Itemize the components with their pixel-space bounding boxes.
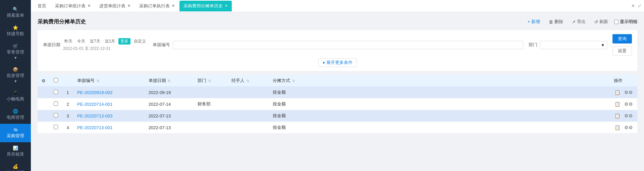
tab-purchase-fee-history[interactable]: 采购费用分摊单历史 ✕ [179, 1, 232, 11]
date-field: 单据日期 昨天 今天 近7天 近1月 更多 自定义 2022-01-01 至 2… [43, 38, 147, 52]
dept-select[interactable]: ▾ [540, 41, 607, 49]
date-yesterday[interactable]: 昨天 [63, 38, 74, 45]
refresh-icon: ↺ [594, 19, 598, 24]
row-handler [228, 87, 269, 98]
row-check[interactable] [50, 122, 62, 134]
sidebar-item-inventory[interactable]: 📊 库存核算 [0, 142, 31, 161]
row-doc-num: PE-20220713-003 [74, 110, 145, 122]
row-method: 按金额 [269, 122, 610, 134]
row-check[interactable] [50, 110, 62, 122]
row-actions: 📋 ⚙⚙ [610, 110, 637, 122]
row-checkbox[interactable] [54, 101, 58, 106]
table-row: 2 PE-20220714-001 2022-07-14 财务部 按金额 📋 ⚙… [38, 98, 637, 110]
col-dept[interactable]: 部门 ⇅ [194, 75, 228, 87]
ecom-icon: 🌐 [13, 109, 18, 114]
chevron-down-icon: ▾ [323, 60, 325, 65]
close-all-icon[interactable]: ✕ [631, 3, 635, 8]
dept-field: 部门 ▾ [529, 41, 607, 49]
edit-icon[interactable]: 📋 [614, 124, 621, 131]
table-body: 1 PE-20220919-002 2022-09-19 按金额 📋 ⚙⚙ 2 … [38, 87, 637, 134]
expand-button[interactable]: ▾ 展开更多条件 [318, 58, 357, 67]
delete-button[interactable]: 🗑 删除 [546, 17, 566, 26]
date-7days[interactable]: 近7天 [89, 38, 102, 45]
tab-purchase-order-exec[interactable]: 采购订单执行表 ✕ [135, 1, 179, 11]
data-table: ⚙ 单据编号 ⇅ 单据日期 ⇅ [38, 75, 637, 134]
dept-label: 部门 [529, 42, 537, 48]
content-area: 采购费用分摊单历史 + 新增 🗑 删除 ↗ 导出 ↺ 刷新 显示明细 [31, 12, 644, 171]
table-header-row: ⚙ 单据编号 ⇅ 单据日期 ⇅ [38, 75, 637, 87]
export-button[interactable]: ↗ 导出 [569, 17, 588, 26]
doc-num-link[interactable]: PE-20220919-002 [77, 90, 113, 95]
tab-purchase-order-stat-label: 采购订单统计表 [55, 3, 86, 9]
row-num: 4 [62, 122, 74, 134]
row-checkbox[interactable] [54, 113, 58, 117]
add-button[interactable]: + 新增 [525, 17, 543, 26]
edit-icon[interactable]: 📋 [614, 112, 621, 119]
row-dept [194, 122, 228, 134]
tab-goods-in-stat-close[interactable]: ✕ [127, 4, 130, 8]
table-row: 1 PE-20220919-002 2022-09-19 按金额 📋 ⚙⚙ [38, 87, 637, 98]
show-detail-checkbox[interactable] [614, 20, 619, 24]
sidebar-item-finance[interactable]: 💰 资金管理 [0, 161, 31, 171]
settings-button[interactable]: 设置 [612, 46, 632, 56]
edit-icon[interactable]: 📋 [614, 89, 621, 96]
tab-purchase-order-exec-close[interactable]: ✕ [172, 4, 175, 8]
tab-purchase-order-stat[interactable]: 采购订单统计表 ✕ [51, 1, 95, 11]
row-check[interactable] [50, 87, 62, 98]
search-row: 单据日期 昨天 今天 近7天 近1月 更多 自定义 2022-01-01 至 2… [43, 34, 632, 56]
doc-num-link[interactable]: PE-20220713-001 [77, 125, 113, 130]
col-handler[interactable]: 经手人 ⇅ [228, 75, 269, 87]
sidebar-item-wholesale[interactable]: 📦 批发管理 ▾ [0, 64, 31, 87]
more-icon[interactable]: ⚙⚙ [624, 89, 634, 96]
col-num [62, 75, 74, 87]
tab-purchase-fee-history-close[interactable]: ✕ [225, 4, 228, 8]
row-num: 3 [62, 110, 74, 122]
chevron-down-icon: ▾ [14, 55, 17, 60]
sort-icon: ⇅ [292, 79, 295, 83]
row-doc-num: PE-20220713-001 [74, 122, 145, 134]
row-num: 1 [62, 87, 74, 98]
row-checkbox[interactable] [54, 90, 58, 94]
sidebar-item-purchase[interactable]: 🛍 采购管理 [0, 124, 31, 142]
sidebar-item-mini[interactable]: 📱 小畅电商 [0, 87, 31, 105]
row-doc-num: PE-20220714-001 [74, 98, 145, 110]
row-handler [228, 122, 269, 134]
more-icon[interactable]: ⚙⚙ [624, 124, 634, 131]
doc-num-input[interactable] [173, 41, 523, 49]
refresh-button[interactable]: ↺ 刷新 [592, 17, 611, 26]
sidebar-item-search[interactable]: 🔍 搜索菜单 [0, 3, 31, 22]
row-method: 按金额 [269, 110, 610, 122]
tab-home[interactable]: 首页 [34, 1, 50, 11]
sidebar-item-nav[interactable]: ⭐ 快捷导航 [0, 22, 31, 40]
row-method: 按金额 [269, 98, 610, 110]
col-method[interactable]: 分摊方式 ⇅ [269, 75, 610, 87]
select-all-checkbox[interactable] [54, 78, 58, 82]
sort-icon: ⇅ [247, 79, 249, 83]
tab-goods-in-stat[interactable]: 进货单统计表 ✕ [95, 1, 135, 11]
row-check[interactable] [50, 98, 62, 110]
show-detail-label: 显示明细 [620, 19, 637, 25]
date-more[interactable]: 更多 [118, 38, 130, 45]
more-icon[interactable]: ⚙⚙ [624, 101, 634, 107]
maximize-icon[interactable]: ⤢ [638, 3, 641, 8]
date-1month[interactable]: 近1月 [104, 38, 117, 45]
tab-purchase-order-stat-close[interactable]: ✕ [88, 4, 91, 8]
date-custom[interactable]: 自定义 [132, 38, 147, 45]
doc-num-link[interactable]: PE-20220714-001 [77, 102, 113, 107]
col-settings[interactable]: ⚙ [38, 75, 50, 87]
doc-num-link[interactable]: PE-20220713-003 [77, 113, 113, 118]
sidebar-item-retail[interactable]: 🛒 零售管理 ▾ [0, 40, 31, 64]
col-doc-num[interactable]: 单据编号 ⇅ [74, 75, 145, 87]
expand-row: ▾ 展开更多条件 [43, 58, 632, 67]
col-date[interactable]: 单据日期 ⇅ [145, 75, 195, 87]
edit-icon[interactable]: 📋 [614, 101, 621, 107]
show-detail-checkbox-label[interactable]: 显示明细 [614, 19, 637, 25]
main-area: 首页 采购订单统计表 ✕ 进货单统计表 ✕ 采购订单执行表 ✕ 采购费用分摊单历… [31, 0, 644, 171]
row-settings [38, 98, 50, 110]
query-button[interactable]: 查询 [612, 34, 632, 44]
row-checkbox[interactable] [54, 125, 58, 129]
row-actions: 📋 ⚙⚙ [610, 87, 637, 98]
date-today[interactable]: 今天 [76, 38, 87, 45]
sidebar-item-ecom[interactable]: 🌐 电商管理 [0, 105, 31, 124]
more-icon[interactable]: ⚙⚙ [624, 112, 634, 119]
